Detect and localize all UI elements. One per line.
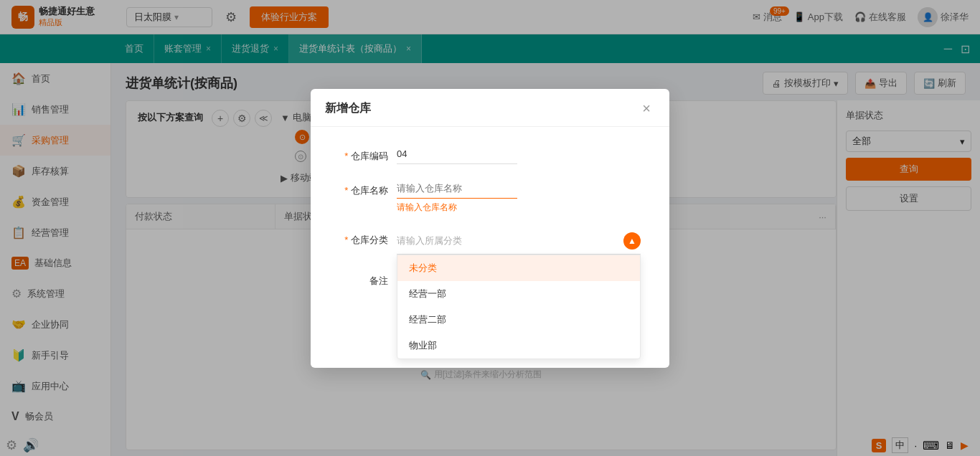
form-row-category: 仓库分类 请输入所属分类 ▲ 未分类 经营一部 经营二部 物业部	[339, 228, 641, 255]
modal-header: 新增仓库 ×	[311, 89, 669, 127]
name-input[interactable]	[397, 179, 517, 199]
form-row-code: 仓库编码	[339, 144, 641, 164]
modal-body: 仓库编码 仓库名称 请输入仓库名称 仓库分类	[311, 127, 669, 320]
dropdown-item-dept2[interactable]: 经营二部	[397, 307, 640, 333]
modal-title: 新增仓库	[325, 101, 371, 116]
code-wrapper	[397, 144, 641, 164]
category-dropdown-menu: 未分类 经营一部 经营二部 物业部	[397, 255, 641, 359]
category-dropdown-trigger[interactable]: 请输入所属分类 ▲	[397, 228, 641, 255]
code-label: 仓库编码	[339, 144, 397, 163]
form-row-name: 仓库名称 请输入仓库名称	[339, 179, 641, 214]
modal-overlay: 新增仓库 × 仓库编码 仓库名称 请输入仓库名称	[0, 0, 980, 456]
dropdown-item-dept1[interactable]: 经营一部	[397, 281, 640, 307]
name-label: 仓库名称	[339, 179, 397, 197]
dropdown-item-unclassified[interactable]: 未分类	[397, 255, 640, 281]
name-wrapper	[397, 179, 641, 199]
modal-close-button[interactable]: ×	[638, 100, 655, 118]
category-label: 仓库分类	[339, 228, 397, 247]
category-placeholder: 请输入所属分类	[397, 234, 462, 247]
category-wrapper: 请输入所属分类 ▲ 未分类 经营一部 经营二部 物业部	[397, 228, 641, 255]
name-error-text: 请输入仓库名称	[397, 202, 457, 212]
new-warehouse-modal: 新增仓库 × 仓库编码 仓库名称 请输入仓库名称	[311, 89, 669, 368]
dropdown-item-property[interactable]: 物业部	[397, 333, 640, 358]
note-label: 备注	[339, 269, 397, 288]
code-input[interactable]	[397, 144, 517, 164]
category-dropdown-arrow[interactable]: ▲	[623, 232, 641, 250]
